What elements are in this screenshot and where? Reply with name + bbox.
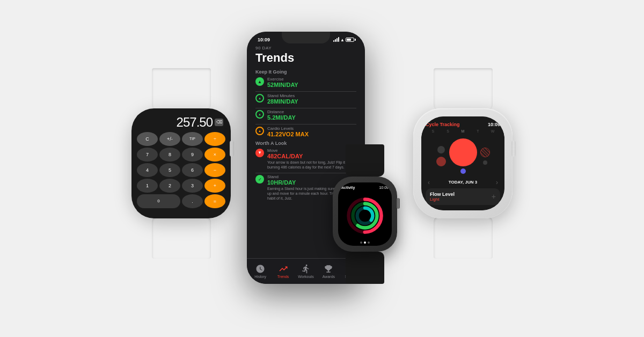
- calculator-screen: 257.50 ⌫ C +/- TIP ÷ 7 8 9 × 4 5 6 −: [131, 108, 231, 218]
- exercise-value: 52MIN/DAY: [267, 82, 298, 88]
- signal-icon: [333, 38, 339, 42]
- history-icon: [255, 264, 265, 274]
- watch-case-left: 257.50 ⌫ C +/- TIP ÷ 7 8 9 × 4 5 6 −: [131, 108, 231, 218]
- divider-1: [255, 91, 356, 92]
- keep-going-header: Keep It Going: [255, 69, 356, 75]
- day-t1: T: [474, 129, 481, 133]
- distance-icon: ▲: [255, 110, 264, 119]
- mini-crown: [397, 198, 400, 209]
- activity-screen: Activity 10:09: [338, 182, 392, 246]
- calc-buttons: C +/- TIP ÷ 7 8 9 × 4 5 6 − 1 2 3 +: [136, 131, 226, 209]
- calc-btn-9[interactable]: 9: [182, 148, 203, 162]
- trend-exercise: ▲ Exercise 52MIN/DAY: [255, 77, 356, 88]
- tab-trends-label: Trends: [277, 275, 289, 279]
- watch-mini: Activity 10:09: [333, 144, 397, 284]
- calc-btn-4[interactable]: 4: [137, 163, 158, 177]
- cardio-label: Cardio Levels: [267, 126, 309, 131]
- divider-2: [255, 108, 356, 108]
- calc-btn-add[interactable]: +: [204, 179, 225, 193]
- trend-distance: ▲ Distance 5.2MI/DAY: [255, 109, 356, 121]
- cycle-title: Cycle Tracking: [426, 122, 460, 127]
- main-scene: 257.50 ⌫ C +/- TIP ÷ 7 8 9 × 4 5 6 −: [0, 0, 644, 337]
- stand-minutes-icon: ▲: [255, 94, 264, 102]
- mini-screen: Activity 10:09: [338, 182, 392, 246]
- calc-btn-3[interactable]: 3: [182, 179, 203, 193]
- battery-icon: [346, 38, 354, 42]
- calc-btn-multiply[interactable]: ×: [204, 148, 225, 162]
- watch-crown-left: [230, 141, 234, 157]
- calc-btn-plusminus[interactable]: +/-: [159, 132, 180, 146]
- flow-plus-icon[interactable]: +: [492, 192, 496, 201]
- cycle-time: 10:09: [488, 122, 500, 127]
- watch-right: Cycle Tracking 10:09 S S M T W: [413, 68, 513, 259]
- watch-left: 257.50 ⌫ C +/- TIP ÷ 7 8 9 × 4 5 6 −: [131, 68, 231, 259]
- exercise-label: Exercise: [267, 77, 298, 82]
- wifi-icon: ▲: [340, 38, 345, 42]
- calc-btn-6[interactable]: 6: [182, 163, 203, 177]
- rings-svg: [346, 196, 384, 235]
- calc-btn-tip[interactable]: TIP: [182, 132, 203, 146]
- cycle-next-arrow[interactable]: ›: [496, 179, 498, 186]
- day-s2: S: [444, 129, 452, 133]
- move-icon: ▼: [255, 149, 264, 157]
- mini-case: Activity 10:09: [333, 177, 397, 252]
- activity-time: 10:09: [379, 186, 389, 189]
- iphone-time: 10:09: [258, 37, 270, 42]
- mini-band-top: [346, 144, 384, 177]
- day-m: M: [459, 129, 466, 133]
- workouts-icon: [301, 264, 311, 274]
- calc-btn-subtract[interactable]: −: [204, 163, 225, 177]
- watch-crown-right: [511, 141, 516, 157]
- day-w: W: [489, 129, 496, 133]
- watch-band-top-right: [434, 68, 493, 111]
- flow-level-label: Flow Level: [430, 192, 455, 197]
- calc-btn-0[interactable]: 0: [137, 194, 180, 208]
- day-label: 90 DAY: [255, 46, 356, 50]
- watch-band-bottom-left: [152, 216, 211, 259]
- backspace-icon[interactable]: ⌫: [215, 119, 223, 126]
- watch-case-right: Cycle Tracking 10:09 S S M T W: [413, 108, 513, 218]
- calc-btn-2[interactable]: 2: [159, 179, 180, 193]
- tab-history-label: History: [254, 275, 266, 279]
- cycle-date: TODAY, JUN 3: [449, 180, 477, 185]
- cycle-circle-small-1: [437, 146, 445, 153]
- status-icons: ▲: [333, 38, 354, 42]
- rings-container: [346, 196, 384, 235]
- tab-history[interactable]: History: [249, 264, 272, 279]
- activity-page-dots: [341, 241, 389, 244]
- activity-status-bar: Activity 10:09: [341, 186, 389, 189]
- cycle-circle-large: [449, 138, 477, 166]
- activity-title: Activity: [341, 186, 355, 189]
- calc-display: 257.50 ⌫: [136, 113, 226, 131]
- calc-btn-c[interactable]: C: [137, 132, 158, 146]
- cycle-circle-hatched: [480, 148, 490, 157]
- distance-value: 5.2MI/DAY: [267, 114, 296, 121]
- calc-btn-8[interactable]: 8: [159, 148, 180, 162]
- exercise-icon: ▲: [255, 77, 264, 86]
- tab-workouts-label: Workouts: [298, 275, 313, 279]
- calc-btn-5[interactable]: 5: [159, 163, 180, 177]
- trends-icon: [279, 264, 288, 274]
- cycle-circle-small-2: [483, 160, 487, 165]
- cycle-screen: Cycle Tracking 10:09 S S M T W: [421, 116, 504, 210]
- cardio-icon: ▲: [255, 127, 264, 135]
- calc-btn-1[interactable]: 1: [137, 179, 158, 193]
- calc-btn-decimal[interactable]: .: [182, 194, 203, 208]
- stand-icon: ✓: [255, 175, 264, 184]
- tab-trends[interactable]: Trends: [272, 264, 294, 279]
- awards-icon: [324, 264, 333, 274]
- calc-btn-equals[interactable]: =: [204, 194, 225, 208]
- trend-cardio: ▲ Cardio Levels 41.22VO2 MAX: [255, 126, 356, 137]
- calc-btn-divide[interactable]: ÷: [204, 132, 225, 146]
- cycle-prev-arrow[interactable]: ‹: [428, 179, 430, 186]
- tab-workouts[interactable]: Workouts: [295, 264, 317, 279]
- day-s1: S: [429, 129, 437, 133]
- distance-label: Distance: [267, 109, 296, 114]
- activity-rings: [341, 191, 389, 240]
- divider-3: [255, 124, 356, 124]
- flow-level-value: Light: [430, 197, 455, 202]
- calc-btn-7[interactable]: 7: [137, 148, 158, 162]
- iphone-notch: [282, 32, 330, 43]
- cardio-value: 41.22VO2 MAX: [267, 131, 309, 137]
- stand-minutes-label: Stand Minutes: [267, 93, 298, 98]
